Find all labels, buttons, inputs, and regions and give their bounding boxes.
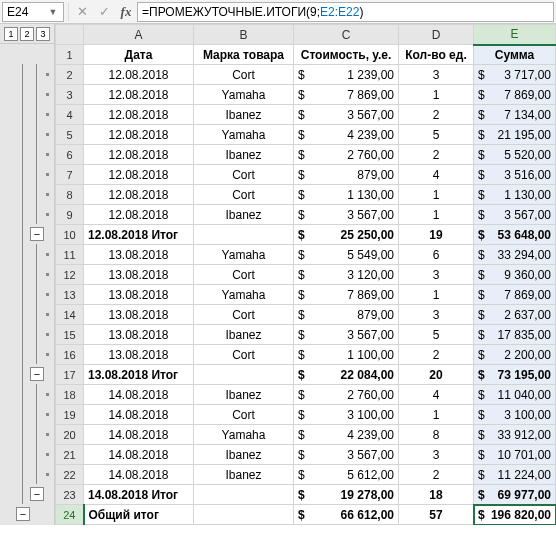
collapse-group-icon[interactable]: − [30, 227, 44, 241]
cell[interactable]: 14.08.2018 [84, 405, 194, 425]
cell[interactable]: $3 567,00 [294, 205, 399, 225]
cell[interactable]: Ibanez [194, 145, 294, 165]
cell[interactable]: Ibanez [194, 385, 294, 405]
cell[interactable]: 57 [399, 505, 474, 525]
cell[interactable]: 13.08.2018 Итог [84, 365, 194, 385]
col-header-b[interactable]: B [194, 25, 294, 45]
cell[interactable]: 12.08.2018 [84, 145, 194, 165]
row-header[interactable]: 5 [56, 125, 84, 145]
cell[interactable]: 12.08.2018 [84, 205, 194, 225]
cell[interactable]: $3 100,00 [474, 405, 556, 425]
cell[interactable]: 14.08.2018 Итог [84, 485, 194, 505]
row-header[interactable]: 21 [56, 445, 84, 465]
row-header[interactable]: 14 [56, 305, 84, 325]
row-header[interactable]: 8 [56, 185, 84, 205]
cell[interactable]: Марка товара [194, 45, 294, 65]
cell[interactable]: $3 567,00 [294, 445, 399, 465]
cell[interactable]: Ibanez [194, 465, 294, 485]
cell[interactable]: Cort [194, 165, 294, 185]
cell[interactable]: $17 835,00 [474, 325, 556, 345]
cell[interactable]: Cort [194, 185, 294, 205]
cell[interactable]: 13.08.2018 [84, 305, 194, 325]
cell[interactable]: 13.08.2018 [84, 285, 194, 305]
cell[interactable]: 1 [399, 405, 474, 425]
cell[interactable]: $19 278,00 [294, 485, 399, 505]
cell[interactable]: 12.08.2018 Итог [84, 225, 194, 245]
collapse-group-icon[interactable]: − [30, 487, 44, 501]
cell[interactable] [194, 225, 294, 245]
cell[interactable]: 3 [399, 65, 474, 85]
cell[interactable]: 1 [399, 285, 474, 305]
cell[interactable]: Yamaha [194, 85, 294, 105]
row-header[interactable]: 2 [56, 65, 84, 85]
cell[interactable]: $25 250,00 [294, 225, 399, 245]
cell[interactable]: 5 [399, 125, 474, 145]
cell[interactable]: Yamaha [194, 245, 294, 265]
cell[interactable]: Ibanez [194, 325, 294, 345]
row-header[interactable]: 18 [56, 385, 84, 405]
cell[interactable]: 2 [399, 345, 474, 365]
cell[interactable]: $5 549,00 [294, 245, 399, 265]
cell[interactable]: Кол-во ед. [399, 45, 474, 65]
cell[interactable]: $1 239,00 [294, 65, 399, 85]
cell[interactable]: Cort [194, 65, 294, 85]
cell[interactable]: 14.08.2018 [84, 425, 194, 445]
cell[interactable]: 20 [399, 365, 474, 385]
cell[interactable]: 18 [399, 485, 474, 505]
row-header[interactable]: 10 [56, 225, 84, 245]
cell[interactable]: Cort [194, 405, 294, 425]
cell[interactable]: $2 760,00 [294, 385, 399, 405]
cell[interactable]: 3 [399, 265, 474, 285]
cell[interactable]: 1 [399, 185, 474, 205]
cell[interactable]: 1 [399, 85, 474, 105]
cell[interactable]: 4 [399, 385, 474, 405]
cell[interactable]: $2 200,00 [474, 345, 556, 365]
cell[interactable]: Стоимость, у.е. [294, 45, 399, 65]
cell[interactable]: $22 084,00 [294, 365, 399, 385]
row-header[interactable]: 20 [56, 425, 84, 445]
row-header[interactable]: 3 [56, 85, 84, 105]
cell[interactable]: $9 360,00 [474, 265, 556, 285]
cell[interactable]: 2 [399, 105, 474, 125]
row-header[interactable]: 16 [56, 345, 84, 365]
cell[interactable]: $3 567,00 [294, 105, 399, 125]
col-header-d[interactable]: D [399, 25, 474, 45]
cell[interactable]: $5 612,00 [294, 465, 399, 485]
collapse-group-icon[interactable]: − [30, 367, 44, 381]
cell[interactable]: $2 760,00 [294, 145, 399, 165]
row-header[interactable]: 9 [56, 205, 84, 225]
cell[interactable] [194, 365, 294, 385]
outline-level-2[interactable]: 2 [20, 27, 34, 41]
cell[interactable]: $21 195,00 [474, 125, 556, 145]
cell[interactable]: $53 648,00 [474, 225, 556, 245]
cell[interactable]: $3 717,00 [474, 65, 556, 85]
cell[interactable]: $3 120,00 [294, 265, 399, 285]
cell[interactable]: 12.08.2018 [84, 185, 194, 205]
confirm-icon[interactable]: ✓ [93, 2, 115, 22]
outline-level-1[interactable]: 1 [4, 27, 18, 41]
cell[interactable]: 3 [399, 445, 474, 465]
row-header[interactable]: 12 [56, 265, 84, 285]
cell[interactable]: Cort [194, 305, 294, 325]
row-header[interactable]: 19 [56, 405, 84, 425]
cell[interactable]: $69 977,00 [474, 485, 556, 505]
cell[interactable]: 14.08.2018 [84, 385, 194, 405]
cell[interactable]: $3 516,00 [474, 165, 556, 185]
cell[interactable]: $3 567,00 [474, 205, 556, 225]
cell[interactable]: $4 239,00 [294, 425, 399, 445]
cell[interactable]: $879,00 [294, 165, 399, 185]
fx-icon[interactable]: fx [115, 2, 137, 22]
cell[interactable]: 13.08.2018 [84, 245, 194, 265]
chevron-down-icon[interactable]: ▼ [47, 7, 59, 17]
cell[interactable]: Ibanez [194, 445, 294, 465]
cell[interactable]: 12.08.2018 [84, 165, 194, 185]
cell[interactable]: 13.08.2018 [84, 325, 194, 345]
formula-input[interactable]: =ПРОМЕЖУТОЧНЫЕ.ИТОГИ(9;E2:E22) [137, 2, 554, 22]
row-header[interactable]: 4 [56, 105, 84, 125]
cell[interactable]: 12.08.2018 [84, 105, 194, 125]
cell[interactable]: Ibanez [194, 105, 294, 125]
cell[interactable]: $5 520,00 [474, 145, 556, 165]
name-box[interactable]: E24 ▼ [2, 2, 64, 22]
cell[interactable]: 2 [399, 465, 474, 485]
cell[interactable]: $7 869,00 [294, 85, 399, 105]
